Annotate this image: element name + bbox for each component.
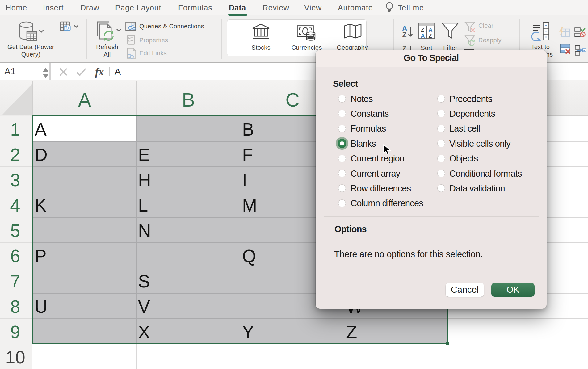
svg-text:Z: Z xyxy=(402,45,407,50)
svg-text:A: A xyxy=(421,33,425,39)
svg-text:Z: Z xyxy=(421,27,424,33)
svg-text:A: A xyxy=(429,27,433,33)
svg-text:Z: Z xyxy=(402,31,407,39)
svg-text:Z: Z xyxy=(429,33,432,39)
